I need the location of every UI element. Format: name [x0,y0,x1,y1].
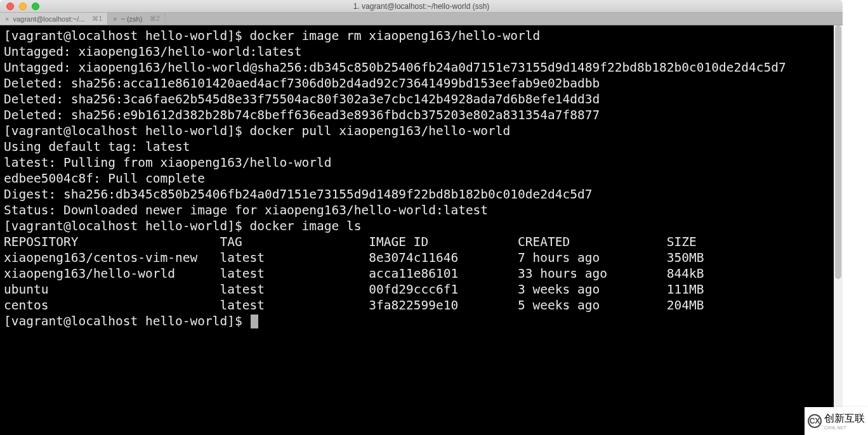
close-icon[interactable]: × [113,15,117,23]
scrollbar-track[interactable] [834,25,843,435]
watermark-logo-icon: CX [808,414,822,428]
title-bar: 1. vagrant@localhost:~/hello-world (ssh) [0,0,843,13]
tab-zsh[interactable]: × ~ (zsh) ⌘2 [108,13,166,25]
tab-shortcut: ⌘1 [92,15,102,22]
page-margin [843,0,868,435]
watermark: CX 创新互联 CXHL.NET [805,407,868,435]
close-button[interactable] [6,3,14,10]
traffic-lights [0,3,39,10]
maximize-button[interactable] [32,3,39,10]
tab-label: ~ (zsh) [121,15,142,23]
terminal-content[interactable]: [vagrant@localhost hello-world]$ docker … [0,25,834,435]
tab-shortcut: ⌘2 [150,15,160,22]
tab-bar: × vagrant@localhost:~/... ⌘1 × ~ (zsh) ⌘… [0,13,843,25]
close-icon[interactable]: × [5,15,9,23]
window-title: 1. vagrant@localhost:~/hello-world (ssh) [353,2,490,11]
tab-ssh[interactable]: × vagrant@localhost:~/... ⌘1 [0,13,108,25]
minimize-button[interactable] [19,3,27,10]
watermark-text: 创新互联 CXHL.NET [824,412,865,430]
terminal-window: 1. vagrant@localhost:~/hello-world (ssh)… [0,0,843,435]
scrollbar-thumb[interactable] [835,25,841,279]
tab-label: vagrant@localhost:~/... [13,15,84,23]
cursor [251,315,258,328]
